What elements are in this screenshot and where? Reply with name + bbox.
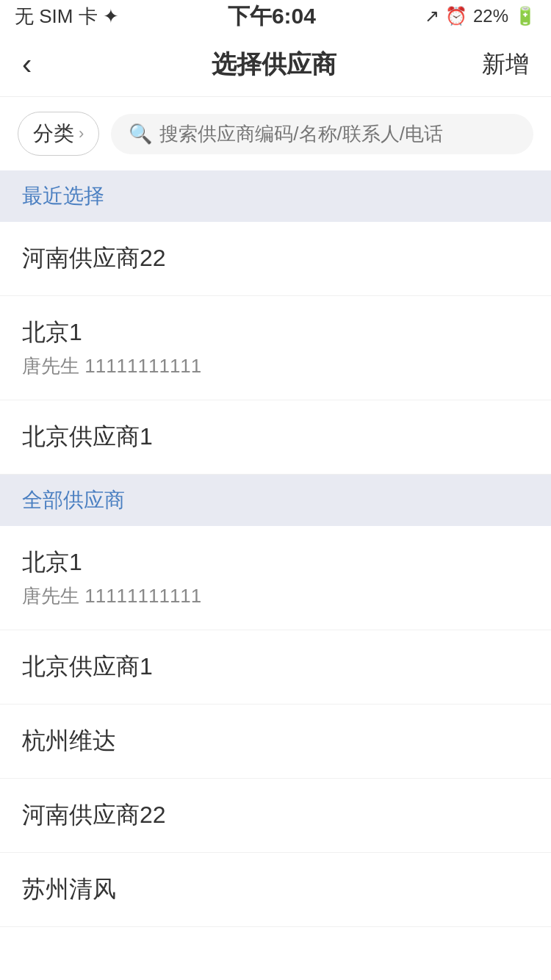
- item-name: 北京供应商1: [22, 651, 529, 683]
- list-item[interactable]: 北京供应商1: [0, 630, 551, 705]
- page-title: 选择供应商: [212, 48, 336, 82]
- item-sub: 唐先生 11111111111: [22, 583, 529, 609]
- status-left: 无 SIM 卡 ✦: [15, 4, 119, 29]
- recent-section-title: 最近选择: [22, 184, 104, 207]
- item-name: 北京1: [22, 547, 529, 579]
- list-item[interactable]: 杭州维达: [0, 705, 551, 779]
- item-sub: 唐先生 11111111111: [22, 353, 529, 379]
- status-bar: 无 SIM 卡 ✦ 下午6:04 ↗ ⏰ 22% 🔋: [0, 0, 551, 32]
- battery-text: 22%: [473, 6, 508, 26]
- back-button[interactable]: ‹: [22, 48, 66, 81]
- category-button[interactable]: 分类 ›: [18, 112, 99, 156]
- recent-section-header: 最近选择: [0, 170, 551, 222]
- list-item[interactable]: 河南供应商22: [0, 779, 551, 853]
- list-item[interactable]: 河南供应商22: [0, 222, 551, 296]
- nav-bar: ‹ 选择供应商 新增: [0, 32, 551, 97]
- battery-icon: 🔋: [514, 6, 536, 26]
- chevron-right-icon: ›: [79, 124, 84, 143]
- item-name: 杭州维达: [22, 725, 529, 757]
- list-item[interactable]: 苏州清风: [0, 853, 551, 927]
- item-name: 河南供应商22: [22, 799, 529, 832]
- all-section-header: 全部供应商: [0, 475, 551, 526]
- item-name: 北京供应商1: [22, 421, 529, 453]
- list-item[interactable]: 北京1唐先生 11111111111: [0, 526, 551, 630]
- status-right: ↗ ⏰ 22% 🔋: [425, 6, 536, 26]
- item-name: 河南供应商22: [22, 242, 529, 275]
- add-button[interactable]: 新增: [482, 48, 529, 81]
- item-name: 苏州清风: [22, 873, 529, 906]
- list-item[interactable]: 北京供应商1: [0, 400, 551, 475]
- category-label: 分类: [33, 120, 74, 148]
- all-list: 北京1唐先生 11111111111北京供应商1杭州维达河南供应商22苏州清风: [0, 526, 551, 927]
- search-box: 🔍: [111, 114, 533, 154]
- location-icon: ↗: [425, 6, 439, 26]
- filter-bar: 分类 › 🔍: [0, 97, 551, 170]
- recent-list: 河南供应商22北京1唐先生 11111111111北京供应商1: [0, 222, 551, 475]
- search-input[interactable]: [159, 123, 516, 145]
- status-time: 下午6:04: [228, 1, 316, 32]
- search-icon: 🔍: [129, 123, 152, 145]
- item-name: 北京1: [22, 317, 529, 349]
- list-item[interactable]: 北京1唐先生 11111111111: [0, 296, 551, 400]
- alarm-icon: ⏰: [445, 6, 467, 26]
- all-section-title: 全部供应商: [22, 489, 125, 511]
